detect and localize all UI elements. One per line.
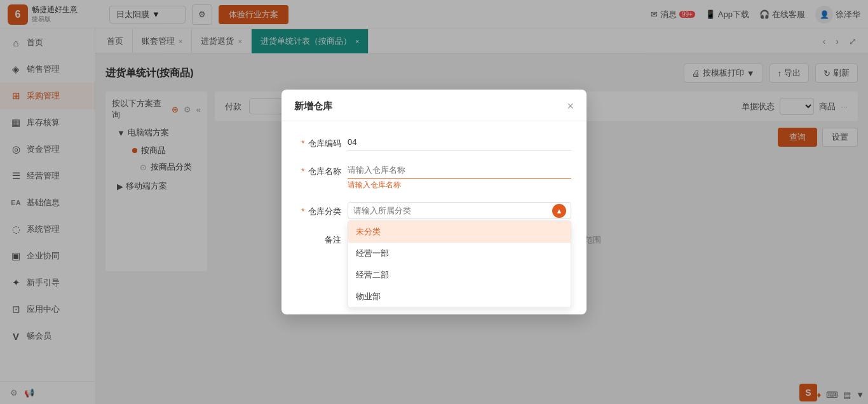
- dialog-title: 新增仓库: [294, 100, 332, 112]
- code-input-wrap: [348, 134, 571, 151]
- modal-overlay: 新增仓库 × * 仓库编码 * 仓库名称: [0, 0, 868, 404]
- code-input[interactable]: [348, 134, 571, 151]
- form-row-code: * 仓库编码: [297, 134, 571, 151]
- name-error-msg: 请输入仓库名称: [348, 180, 571, 191]
- dropdown-item-dept1[interactable]: 经营一部: [348, 243, 571, 264]
- category-label: * 仓库分类: [297, 202, 341, 217]
- dialog-close-button[interactable]: ×: [567, 100, 574, 113]
- dropdown-item-unclassified[interactable]: 未分类: [348, 221, 571, 243]
- dropdown-item-dept3[interactable]: 物业部: [348, 286, 571, 307]
- form-row-category: * 仓库分类 ▲ 未分类 经营一部 经营二部 物业部: [297, 202, 571, 219]
- category-input-wrap: ▲ 未分类 经营一部 经营二部 物业部: [348, 202, 571, 219]
- category-arrow-icon[interactable]: ▲: [552, 204, 566, 218]
- dialog-body: * 仓库编码 * 仓库名称 请输入仓库名称: [281, 121, 587, 283]
- new-warehouse-dialog: 新增仓库 × * 仓库编码 * 仓库名称: [281, 90, 587, 314]
- name-input-wrap: 请输入仓库名称: [348, 162, 571, 191]
- name-label: * 仓库名称: [297, 162, 341, 177]
- category-dropdown: 未分类 经营一部 经营二部 物业部: [348, 220, 571, 308]
- form-row-name: * 仓库名称 请输入仓库名称: [297, 162, 571, 191]
- note-label: 备注: [297, 231, 341, 246]
- code-label: * 仓库编码: [297, 134, 341, 149]
- dialog-header: 新增仓库 ×: [281, 90, 587, 121]
- name-input[interactable]: [348, 162, 571, 178]
- dropdown-item-dept2[interactable]: 经营二部: [348, 264, 571, 286]
- category-input[interactable]: [348, 202, 571, 219]
